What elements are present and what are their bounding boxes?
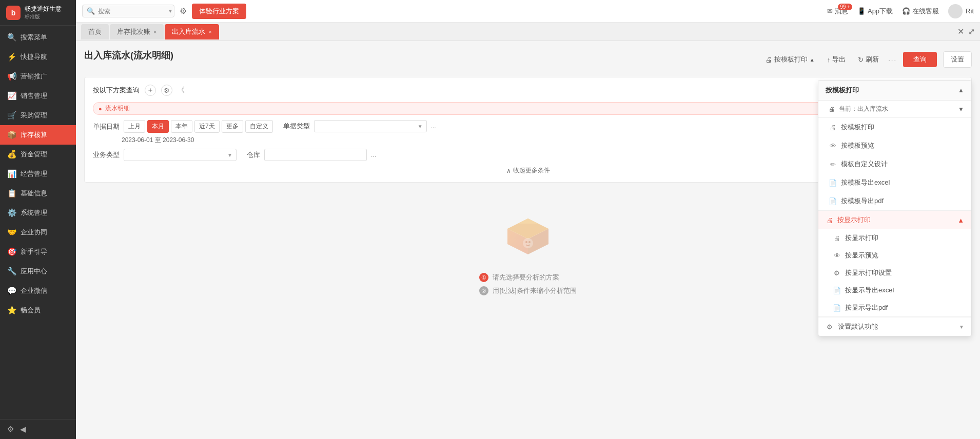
app-name: 畅捷通好生意 标准版 <box>25 5 62 21</box>
filter-setting-btn[interactable]: ⚙ <box>161 85 172 96</box>
more-actions-btn[interactable]: ··· <box>888 56 897 64</box>
refresh-btn[interactable]: ↻ 刷新 <box>855 53 882 66</box>
sidebar-item-search[interactable]: 🔍 搜索菜单 <box>0 28 76 47</box>
warehouse-more-btn[interactable]: ... <box>371 151 376 158</box>
tab-batch-close[interactable]: × <box>153 29 156 35</box>
step-2-num: ② <box>479 286 488 295</box>
sidebar-item-guide[interactable]: 🎯 新手引导 <box>0 242 76 262</box>
date-btn-current-month[interactable]: 本月 <box>147 120 169 133</box>
customer-service-btn[interactable]: 🎧 在线客服 <box>902 7 939 16</box>
warehouse-label: 仓库 <box>247 150 260 159</box>
finance-icon: 💰 <box>7 150 16 159</box>
template-print-icon: 🖨 <box>829 124 837 131</box>
dropdown-set-default[interactable]: ⚙ 设置默认功能 ▼ <box>818 317 971 336</box>
filter-label: 按以下方案查询 <box>93 86 140 95</box>
dropdown-template-excel[interactable]: 📄 按模板导出excel <box>818 173 971 192</box>
sidebar-settings-icon[interactable]: ⚙ <box>7 425 14 434</box>
date-btn-custom[interactable]: 自定义 <box>245 120 273 133</box>
tab-flow-close[interactable]: × <box>208 29 211 35</box>
date-btn-this-year[interactable]: 本年 <box>171 120 192 133</box>
sidebar-item-purchase[interactable]: 🛒 采购管理 <box>0 106 76 125</box>
dropdown-display-pdf[interactable]: 📄 按显示导出pdf <box>818 299 971 316</box>
dropdown-display-print[interactable]: 🖨 按显示打印 <box>818 229 971 247</box>
member-icon: ⭐ <box>7 306 16 315</box>
search-input[interactable] <box>98 8 165 15</box>
sidebar-item-quicknav[interactable]: ⚡ 快捷导航 <box>0 47 76 67</box>
operations-icon: 📊 <box>7 169 16 178</box>
filter-add-btn[interactable]: ＋ <box>145 85 156 96</box>
industry-btn[interactable]: 体验行业方案 <box>192 4 246 19</box>
page-actions: 🖨 按模板打印 ▲ ↑ 导出 ↻ 刷新 ··· 查询 设置 <box>762 51 972 68</box>
app-download-btn[interactable]: 📱 App下载 <box>857 7 893 16</box>
sidebar-item-inventory[interactable]: 📦 库存核算 <box>0 125 76 145</box>
sidebar-item-operations[interactable]: 📊 经营管理 <box>0 164 76 184</box>
current-template-icon: 🖨 <box>829 106 835 113</box>
step-1-num: ① <box>479 273 488 282</box>
dropdown-collapse-arrow[interactable]: ▲ <box>958 87 964 94</box>
window-close-icon[interactable]: ✕ <box>957 27 964 36</box>
dropdown-display-settings[interactable]: ⚙ 按显示打印设置 <box>818 264 971 282</box>
dropdown-template-preview[interactable]: 👁 按模板预览 <box>818 136 971 155</box>
date-btn-more[interactable]: 更多 <box>222 120 243 133</box>
page-title: 出入库流水(流水明细) <box>84 49 173 62</box>
message-icon: ✉ <box>827 7 833 15</box>
sidebar-item-enterprise[interactable]: 🤝 企业协同 <box>0 223 76 242</box>
date-field: 单据日期 上月 本月 本年 近7天 更多 自定义 <box>93 120 273 133</box>
dropdown-template-print[interactable]: 🖨 按模板打印 <box>818 118 971 136</box>
print-icon: 🖨 <box>766 56 772 64</box>
sidebar-item-sales[interactable]: 📈 销售管理 <box>0 86 76 106</box>
date-btn-last-month[interactable]: 上月 <box>124 120 145 133</box>
biz-type-select[interactable] <box>124 149 237 161</box>
wechat-icon: 💬 <box>7 286 16 295</box>
search-dropdown-arrow: ▼ <box>168 8 173 14</box>
svg-point-5 <box>525 241 527 243</box>
display-print-icon: 🖨 <box>833 234 841 242</box>
collapse-arrow-icon: ∧ <box>506 167 511 174</box>
dropdown-display-section[interactable]: 🖨 按显示打印 ▲ <box>818 211 971 229</box>
window-maximize-icon[interactable]: ⤢ <box>968 27 975 36</box>
sidebar-collapse-icon[interactable]: ◀ <box>20 425 26 434</box>
system-icon: ⚙️ <box>7 208 16 217</box>
topbar: 🔍 ▼ ⚙ 体验行业方案 ✉ 消息 99 + 📱 App下载 🎧 在线客服 R <box>76 0 980 23</box>
settings-btn[interactable]: 设置 <box>943 51 972 68</box>
query-btn[interactable]: 查询 <box>903 52 937 67</box>
sidebar-item-marketing[interactable]: 📢 营销推广 <box>0 67 76 86</box>
display-preview-icon: 👁 <box>833 252 841 260</box>
guide-icon: 🎯 <box>7 247 16 256</box>
export-btn[interactable]: ↑ 导出 <box>824 53 849 66</box>
tab-home[interactable]: 首页 <box>81 24 109 39</box>
sidebar-item-wechat[interactable]: 💬 企业微信 <box>0 281 76 301</box>
display-excel-icon: 📄 <box>833 287 841 294</box>
doc-type-more-btn[interactable]: ... <box>431 123 436 130</box>
sidebar-item-basic[interactable]: 📋 基础信息 <box>0 184 76 203</box>
search-icon: 🔍 <box>7 33 16 42</box>
logo-icon: b <box>6 6 21 20</box>
topbar-right: ✉ 消息 99 + 📱 App下载 🎧 在线客服 Rit <box>827 4 974 18</box>
dropdown-template-pdf[interactable]: 📄 按模板导出pdf <box>818 192 971 210</box>
date-btn-last-7[interactable]: 近7天 <box>194 120 220 133</box>
quicknav-icon: ⚡ <box>7 52 16 62</box>
tab-batch[interactable]: 库存批次账 × <box>110 24 164 39</box>
user-avatar-btn[interactable]: Rit <box>948 4 974 18</box>
inventory-icon: 📦 <box>7 130 16 139</box>
doc-type-select-wrapper: ▼ <box>314 120 427 132</box>
sidebar-item-member[interactable]: ⭐ 畅会员 <box>0 301 76 320</box>
notification-btn[interactable]: ✉ 消息 99 + <box>827 7 848 16</box>
dropdown-display-preview[interactable]: 👁 按显示预览 <box>818 247 971 264</box>
sidebar-item-system[interactable]: ⚙️ 系统管理 <box>0 203 76 223</box>
empty-steps: ① 请先选择要分析的方案 ② 用[过滤]条件来缩小分析范围 <box>479 273 576 295</box>
print-template-btn[interactable]: 🖨 按模板打印 ▲ <box>762 53 818 66</box>
dropdown-header: 按模板打印 ▲ <box>818 81 971 101</box>
dropdown-display-excel[interactable]: 📄 按显示导出excel <box>818 282 971 299</box>
search-box[interactable]: 🔍 ▼ <box>82 5 174 17</box>
warehouse-input[interactable] <box>264 149 367 161</box>
filter-collapse-toggle[interactable]: 《 <box>178 86 185 95</box>
sidebar-item-finance[interactable]: 💰 资金管理 <box>0 145 76 164</box>
doc-type-select[interactable] <box>314 120 427 132</box>
topbar-gear-icon[interactable]: ⚙ <box>180 6 187 16</box>
tab-flow[interactable]: 出入库流水 × <box>165 24 219 39</box>
dropdown-template-custom[interactable]: ✏ 模板自定义设计 <box>818 155 971 173</box>
filter-tag-icon: ● <box>99 106 102 112</box>
template-excel-icon: 📄 <box>829 179 837 187</box>
sidebar-item-appstore[interactable]: 🔧 应用中心 <box>0 262 76 281</box>
